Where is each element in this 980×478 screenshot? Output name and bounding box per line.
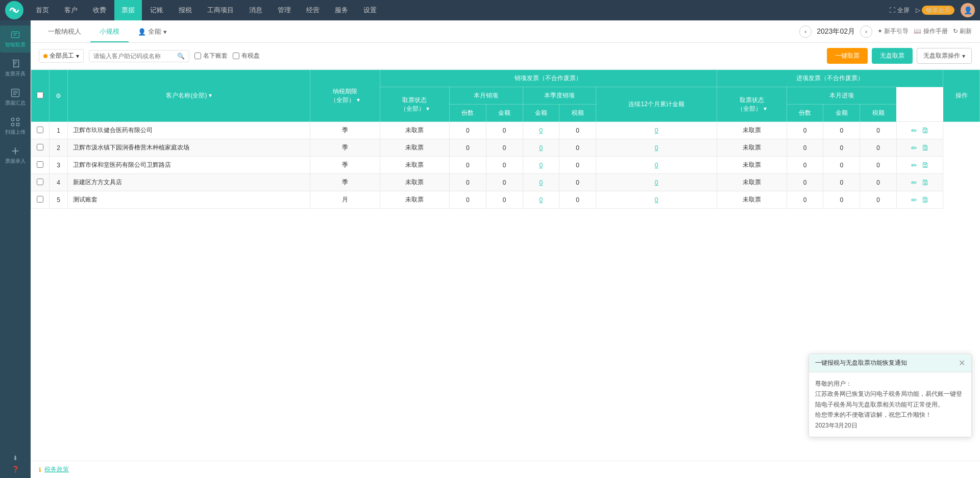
col-sales-month-count: 份数	[450, 105, 486, 122]
col-name-header: 客户名称(全部) ▾	[68, 70, 310, 122]
view-icon-3[interactable]: 🖺	[921, 179, 928, 187]
sidebar-label-scan: 扫描上传	[5, 129, 26, 136]
nav-manage[interactable]: 管理	[271, 0, 298, 20]
nav-ticket[interactable]: 票据	[114, 0, 142, 20]
row-purchase-amount-0: 0	[823, 122, 860, 139]
checkbox-own-account-input[interactable]	[194, 53, 201, 59]
tab-general[interactable]: 一般纳税人	[39, 22, 90, 42]
svg-rect-6	[12, 123, 14, 126]
row-checkbox-1[interactable]	[31, 139, 50, 157]
period-and-actions: ‹ 2023年02月 › ✦ 新手引导 📖 操作手册 ↻ 刷新	[799, 26, 972, 38]
no-disk-button[interactable]: 无盘取票	[872, 48, 913, 64]
row-sales-season-tax-1: 0	[559, 139, 596, 157]
col-purchase-amount: 金额	[823, 105, 860, 122]
col-sales-season-tax: 税额	[559, 105, 596, 122]
row-sales-season-amount-0: 0	[523, 122, 559, 139]
notification-popup: 一键报税与无盘取票功能恢复通知 ✕ 尊敬的用户： 江苏政务网已恢复访问电子税务局…	[808, 354, 972, 437]
sidebar-item-smart-ticket[interactable]: 智能取票	[0, 26, 31, 53]
vip-button[interactable]: ▷ 畅享会员	[916, 6, 954, 15]
nav-home[interactable]: 首页	[29, 0, 56, 20]
sidebar-help[interactable]: ❓	[12, 466, 19, 473]
no-disk-ops-button[interactable]: 无盘取票操作 ▾	[917, 48, 972, 64]
row-checkbox-2[interactable]	[31, 157, 50, 174]
search-icon[interactable]: 🔍	[177, 53, 185, 60]
row-select-1[interactable]	[37, 144, 43, 150]
nav-settings[interactable]: 设置	[356, 0, 384, 20]
row-select-4[interactable]	[37, 196, 43, 203]
period-next-button[interactable]: ›	[860, 26, 872, 38]
edit-icon-1[interactable]: ✏	[911, 144, 917, 152]
edit-icon-4[interactable]: ✏	[911, 196, 917, 204]
row-purchase-status-1: 未取票	[717, 139, 787, 157]
nav-business[interactable]: 工商项目	[200, 0, 241, 20]
checkbox-own-account[interactable]: 名下账套	[194, 52, 228, 60]
select-all-checkbox[interactable]	[37, 92, 43, 98]
row-purchase-count-2: 0	[787, 157, 823, 174]
tab-small[interactable]: 小规模	[90, 22, 129, 42]
row-purchase-count-4: 0	[787, 191, 823, 209]
nav-message[interactable]: 消息	[242, 0, 270, 20]
sidebar-item-scan[interactable]: 扫描上传	[0, 113, 31, 140]
nav-operation[interactable]: 经营	[299, 0, 327, 20]
view-icon-2[interactable]: 🖺	[921, 161, 928, 169]
row-no-0: 1	[50, 122, 68, 139]
employee-label: 全部员工	[50, 52, 74, 60]
nav-service[interactable]: 服务	[328, 0, 355, 20]
edit-icon-3[interactable]: ✏	[911, 179, 917, 187]
checkbox-tax-disk[interactable]: 有税盘	[233, 52, 260, 60]
tab-all[interactable]: 👤 全能 ▾	[129, 22, 176, 42]
sidebar-download[interactable]: ⬇	[13, 455, 18, 462]
sidebar-item-summary[interactable]: 票据汇总	[0, 84, 31, 111]
new-guide-link[interactable]: ✦ 新手引导	[877, 27, 909, 36]
row-sales-season-tax-0: 0	[559, 122, 596, 139]
employee-selector[interactable]: 全部员工 ▾	[39, 49, 84, 63]
manual-link[interactable]: 📖 操作手册	[914, 27, 947, 36]
row-sales-12month-3: 0	[596, 174, 717, 191]
fullscreen-button[interactable]: ⛶ 全屏	[889, 6, 909, 15]
col-setting: ⚙	[50, 70, 68, 122]
row-checkbox-3[interactable]	[31, 174, 50, 191]
nav-customer[interactable]: 客户	[57, 0, 85, 20]
search-input[interactable]	[93, 53, 175, 60]
search-box: 🔍	[89, 50, 189, 62]
row-sales-season-tax-3: 0	[559, 174, 596, 191]
sidebar: 智能取票 发票开具 票据汇总 扫描上传 票据录入 ⬇ ❓	[0, 20, 31, 478]
period-prev-button[interactable]: ‹	[799, 26, 812, 38]
col-sales-season-amount: 金额	[523, 105, 559, 122]
bottom-bar: ℹ 税务政策	[31, 461, 980, 478]
row-actions-0: ✏ 🖺	[896, 122, 943, 139]
tax-policy-link[interactable]: 税务政策	[44, 465, 69, 474]
row-period-2: 季	[310, 157, 380, 174]
view-icon-4[interactable]: 🖺	[921, 196, 928, 204]
nav-tax[interactable]: 报税	[172, 0, 199, 20]
nav-bookkeeping[interactable]: 记账	[143, 0, 170, 20]
row-sales-status-4: 未取票	[380, 191, 449, 209]
row-checkbox-0[interactable]	[31, 122, 50, 139]
refresh-link[interactable]: ↻ 刷新	[953, 27, 972, 36]
view-icon-1[interactable]: 🖺	[921, 144, 928, 152]
table-row: 5 测试账套 月 未取票 0 0 0 0 0 未取票 0 0 0 ✏ 🖺	[31, 191, 980, 209]
table-row: 3 卫辉市保和堂医药有限公司卫辉路店 季 未取票 0 0 0 0 0 未取票 0…	[31, 157, 980, 174]
edit-icon-0[interactable]: ✏	[911, 127, 917, 135]
row-purchase-amount-4: 0	[823, 191, 860, 209]
row-sales-12month-0: 0	[596, 122, 717, 139]
nav-billing[interactable]: 收费	[86, 0, 113, 20]
row-actions-1: ✏ 🖺	[896, 139, 943, 157]
user-avatar[interactable]: 👤	[961, 3, 975, 17]
view-icon-0[interactable]: 🖺	[921, 127, 928, 135]
sidebar-item-invoice[interactable]: 发票开具	[0, 55, 31, 82]
checkbox-tax-disk-input[interactable]	[233, 53, 239, 59]
row-select-3[interactable]	[37, 179, 43, 185]
edit-icon-2[interactable]: ✏	[911, 161, 917, 169]
row-select-0[interactable]	[37, 127, 43, 133]
row-checkbox-4[interactable]	[31, 191, 50, 209]
row-sales-month-count-1: 0	[450, 139, 486, 157]
period-text: 2023年02月	[817, 27, 855, 36]
one-click-button[interactable]: 一键取票	[827, 48, 868, 64]
row-sales-month-amount-4: 0	[486, 191, 523, 209]
row-purchase-amount-3: 0	[823, 174, 860, 191]
row-select-2[interactable]	[37, 161, 43, 168]
notification-close-button[interactable]: ✕	[959, 358, 965, 368]
sidebar-item-entry[interactable]: 票据录入	[0, 142, 31, 169]
col-purchase-count: 份数	[787, 105, 823, 122]
